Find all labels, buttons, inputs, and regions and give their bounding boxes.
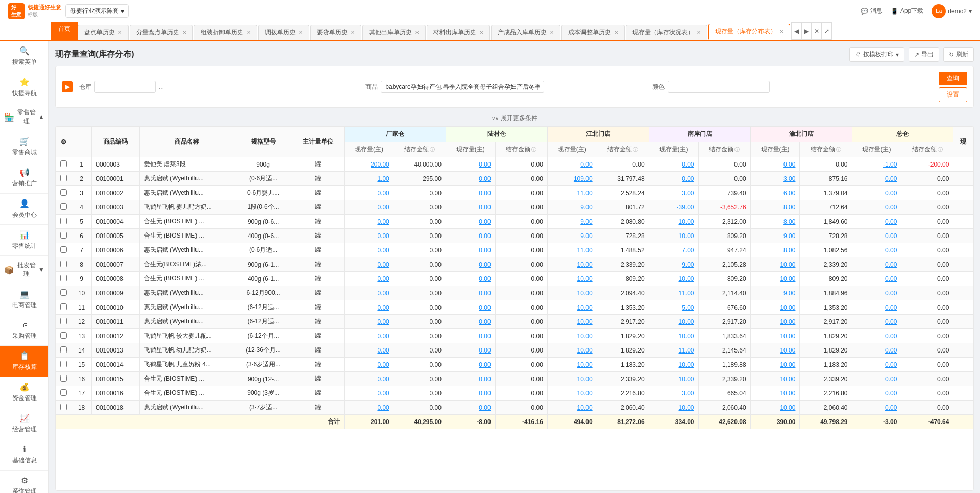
message-btn[interactable]: 💬 消息	[861, 7, 883, 15]
td-total-qty[interactable]: 0.00	[852, 172, 901, 186]
td-total-qty[interactable]: 0.00	[852, 372, 901, 386]
tab-close-icon[interactable]: ✕	[415, 30, 419, 35]
td-checkbox[interactable]	[56, 272, 71, 286]
td-lucun-qty[interactable]: 0.00	[446, 157, 495, 172]
td-lucun-qty[interactable]: 0.00	[446, 329, 495, 343]
td-yubei-qty[interactable]: 9.00	[750, 286, 800, 300]
tab-close-icon[interactable]: ✕	[118, 30, 122, 35]
color-input[interactable]	[668, 81, 770, 93]
info-icon[interactable]: ⓘ	[734, 147, 740, 152]
td-factory-qty[interactable]: 0.00	[345, 229, 394, 243]
info-icon[interactable]: ⓘ	[836, 147, 841, 152]
td-factory-qty[interactable]: 0.00	[345, 272, 394, 286]
td-checkbox[interactable]	[56, 243, 71, 257]
td-checkbox[interactable]	[56, 200, 71, 215]
sidebar-item-retail-stats[interactable]: 📊 零售统计	[0, 225, 48, 256]
td-jiangbei-qty[interactable]: 10.00	[547, 300, 597, 315]
td-checkbox[interactable]	[56, 229, 71, 243]
td-nanan-qty[interactable]: 5.00	[649, 300, 698, 315]
tab-close-icon[interactable]: ✕	[550, 30, 554, 35]
td-checkbox[interactable]	[56, 315, 71, 329]
td-yubei-qty[interactable]: 10.00	[750, 386, 800, 401]
td-total-qty[interactable]: 0.00	[852, 215, 901, 229]
td-jiangbei-qty[interactable]: 10.00	[547, 386, 597, 401]
td-lucun-qty[interactable]: 0.00	[446, 300, 495, 315]
td-lucun-qty[interactable]: 0.00	[446, 172, 495, 186]
tab-close-icon[interactable]: ✕	[247, 30, 251, 35]
td-factory-qty[interactable]: 0.00	[345, 315, 394, 329]
info-icon[interactable]: ⓘ	[938, 147, 943, 152]
td-jiangbei-qty[interactable]: 10.00	[547, 358, 597, 372]
td-nanan-qty[interactable]: 11.00	[649, 286, 698, 300]
td-total-qty[interactable]: 0.00	[852, 401, 901, 415]
tab-现存量库存分布表[interactable]: 现存量（库存分布表） ✕	[708, 24, 790, 40]
td-yubei-qty[interactable]: 10.00	[750, 343, 800, 358]
sidebar-item-purchase[interactable]: 🛍 采购管理	[0, 315, 48, 346]
td-jiangbei-qty[interactable]: 10.00	[547, 401, 597, 415]
td-lucun-qty[interactable]: 0.00	[446, 272, 495, 286]
td-nanan-qty[interactable]: 3.00	[649, 186, 698, 200]
td-checkbox[interactable]	[56, 172, 71, 186]
td-total-qty[interactable]: 0.00	[852, 186, 901, 200]
tab-close-all[interactable]: ✕	[812, 22, 822, 40]
td-yubei-qty[interactable]: 10.00	[750, 358, 800, 372]
tab-组装折卸单历史[interactable]: 组装折卸单历史 ✕	[194, 25, 257, 40]
td-total-qty[interactable]: 0.00	[852, 200, 901, 215]
td-lucun-qty[interactable]: 0.00	[446, 358, 495, 372]
td-total-qty[interactable]: 0.00	[852, 229, 901, 243]
td-yubei-qty[interactable]: 3.00	[750, 172, 800, 186]
td-checkbox[interactable]	[56, 157, 71, 172]
td-jiangbei-qty[interactable]: 10.00	[547, 257, 597, 272]
sidebar-item-retail-mall[interactable]: 🛒 零售商城	[0, 131, 48, 162]
td-checkbox[interactable]	[56, 329, 71, 343]
warehouse-dots[interactable]: ...	[159, 83, 164, 90]
tab-材料出库单历史[interactable]: 材料出库单历史 ✕	[427, 25, 490, 40]
td-yubei-qty[interactable]: 10.00	[750, 401, 800, 415]
td-yubei-qty[interactable]: 10.00	[750, 372, 800, 386]
td-factory-qty[interactable]: 0.00	[345, 329, 394, 343]
td-total-qty[interactable]: 0.00	[852, 243, 901, 257]
sidebar-item-member[interactable]: 👤 会员中心	[0, 194, 48, 225]
info-icon[interactable]: ⓘ	[531, 147, 536, 152]
tab-要货单历史[interactable]: 要货单历史 ✕	[310, 25, 361, 40]
td-total-qty[interactable]: 0.00	[852, 343, 901, 358]
td-factory-qty[interactable]: 0.00	[345, 401, 394, 415]
td-jiangbei-qty[interactable]: 11.00	[547, 186, 597, 200]
td-nanan-qty[interactable]: 3.00	[649, 386, 698, 401]
td-factory-qty[interactable]: 0.00	[345, 257, 394, 272]
app-download-btn[interactable]: 📱 App下载	[891, 7, 923, 15]
td-nanan-qty[interactable]: 7.00	[649, 243, 698, 257]
tab-close-icon[interactable]: ✕	[299, 30, 303, 35]
tab-close-icon[interactable]: ✕	[697, 30, 701, 35]
td-nanan-qty[interactable]: 10.00	[649, 329, 698, 343]
td-factory-qty[interactable]: 0.00	[345, 300, 394, 315]
tab-产成品入库单历史[interactable]: 产成品入库单历史 ✕	[491, 25, 560, 40]
td-total-qty[interactable]: 0.00	[852, 329, 901, 343]
td-jiangbei-qty[interactable]: 0.00	[547, 157, 597, 172]
td-factory-qty[interactable]: 1.00	[345, 172, 394, 186]
search-expand-btn[interactable]: ▶	[62, 81, 73, 92]
td-nanan-qty[interactable]: 10.00	[649, 315, 698, 329]
tab-close-icon[interactable]: ✕	[614, 30, 618, 35]
td-factory-qty[interactable]: 0.00	[345, 243, 394, 257]
expand-more-btn[interactable]: ∨∨ 展开更多条件	[492, 112, 537, 123]
warehouse-input[interactable]	[94, 81, 156, 93]
td-yubei-qty[interactable]: 0.00	[750, 157, 800, 172]
td-factory-qty[interactable]: 0.00	[345, 358, 394, 372]
td-yubei-qty[interactable]: 8.00	[750, 200, 800, 215]
sidebar-item-marketing[interactable]: 📢 营销推广	[0, 162, 48, 194]
td-factory-qty[interactable]: 200.00	[345, 157, 394, 172]
export-btn[interactable]: ↗ 导出	[909, 47, 939, 62]
sidebar-item-search[interactable]: 🔍 搜索英单	[0, 41, 48, 72]
td-nanan-qty[interactable]: 0.00	[649, 157, 698, 172]
td-jiangbei-qty[interactable]: 9.00	[547, 215, 597, 229]
td-lucun-qty[interactable]: 0.00	[446, 386, 495, 401]
td-factory-qty[interactable]: 0.00	[345, 372, 394, 386]
tab-close-icon[interactable]: ✕	[351, 30, 355, 35]
td-checkbox[interactable]	[56, 343, 71, 358]
tab-close-icon[interactable]: ✕	[182, 30, 186, 35]
td-nanan-qty[interactable]: 10.00	[649, 401, 698, 415]
td-checkbox[interactable]	[56, 372, 71, 386]
goods-input[interactable]	[381, 81, 544, 93]
td-jiangbei-qty[interactable]: 11.00	[547, 243, 597, 257]
